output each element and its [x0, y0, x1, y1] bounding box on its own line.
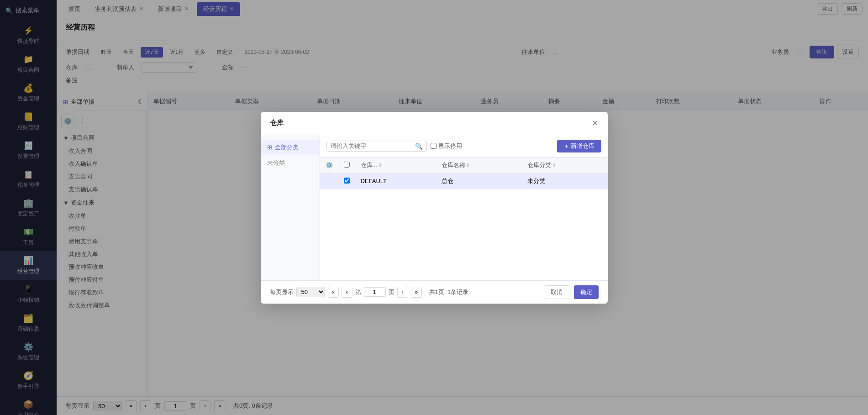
modal-col-code: 仓库... ⇅	[355, 158, 437, 173]
modal-col-settings: ⚙️	[320, 158, 338, 173]
warehouse-modal: 仓库 ✕ ⊞ 全部分类 未分类 🔍 显示停用	[261, 112, 608, 304]
show-disabled-checkbox[interactable]	[431, 143, 437, 149]
modal-content: 🔍 显示停用 ＋ 新增仓库 ⚙️	[320, 135, 608, 280]
modal-title: 仓库	[270, 119, 284, 127]
modal-first-btn[interactable]: «	[328, 287, 339, 298]
modal-search-icon: 🔍	[415, 142, 423, 150]
modal-category-uncategorized-label: 未分类	[267, 159, 285, 166]
modal-row-category: 未分类	[522, 173, 608, 189]
modal-prev-btn[interactable]: ‹	[342, 287, 352, 298]
modal-col-name: 仓库名称 ⇅	[436, 158, 522, 173]
modal-pagination: 每页显示 50 « ‹ 第 页 › » 共1页, 1条记录	[270, 287, 469, 298]
modal-next-btn[interactable]: ›	[397, 287, 408, 298]
modal-footer: 每页显示 50 « ‹ 第 页 › » 共1页, 1条记录 取消 确定	[261, 280, 608, 304]
modal-row-check[interactable]	[344, 178, 350, 184]
modal-table-row[interactable]: DEFAULT 总仓 未分类	[320, 173, 608, 189]
modal-per-page-select[interactable]: 50	[296, 287, 325, 297]
modal-category-uncategorized[interactable]: 未分类	[261, 155, 320, 171]
modal-actions: 取消 确定	[544, 285, 599, 299]
modal-settings-icon[interactable]: ⚙️	[326, 162, 333, 168]
modal-col-checkbox	[338, 158, 355, 173]
modal-col-code-sort: 仓库... ⇅	[361, 161, 431, 169]
modal-row-code: DEFAULT	[355, 173, 437, 189]
modal-last-btn[interactable]: »	[411, 287, 422, 298]
modal-search-input[interactable]	[331, 142, 415, 149]
modal-cancel-button[interactable]: 取消	[544, 285, 569, 299]
modal-row-settings	[320, 173, 338, 189]
modal-per-page-label: 每页显示	[270, 288, 294, 296]
modal-table: ⚙️ 仓库... ⇅	[320, 158, 608, 189]
show-disabled-label[interactable]: 显示停用	[431, 142, 462, 150]
sort-icon-code: ⇅	[378, 163, 382, 168]
modal-header: 仓库 ✕	[261, 112, 608, 135]
modal-category-all-label: 全部分类	[275, 143, 299, 152]
modal-col-category-sort: 仓库分类 ⇅	[527, 161, 602, 169]
modal-close-button[interactable]: ✕	[592, 118, 599, 128]
modal-total-label: 共1页, 1条记录	[429, 288, 469, 296]
modal-search-wrap: 🔍	[326, 141, 427, 152]
modal-row-checkbox	[338, 173, 355, 189]
modal-toolbar: 🔍 显示停用 ＋ 新增仓库	[320, 135, 608, 158]
modal-page-suffix: 页	[389, 288, 395, 296]
sort-icon-category: ⇅	[552, 163, 556, 168]
show-disabled-text: 显示停用	[438, 142, 462, 150]
modal-select-all[interactable]	[344, 162, 350, 168]
modal-category-all[interactable]: ⊞ 全部分类	[261, 140, 320, 155]
modal-col-name-sort: 仓库名称 ⇅	[442, 161, 516, 169]
sort-icon-name: ⇅	[466, 163, 470, 168]
modal-page-input[interactable]	[364, 287, 386, 297]
modal-sidebar: ⊞ 全部分类 未分类	[261, 135, 320, 280]
modal-confirm-button[interactable]: 确定	[574, 285, 599, 299]
modal-row-name: 总仓	[436, 173, 522, 189]
modal-page-label: 第	[355, 288, 361, 296]
modal-table-area: ⚙️ 仓库... ⇅	[320, 158, 608, 280]
add-warehouse-button[interactable]: ＋ 新增仓库	[557, 140, 601, 152]
modal-col-category: 仓库分类 ⇅	[522, 158, 608, 173]
modal-body: ⊞ 全部分类 未分类 🔍 显示停用 ＋ 新增仓库	[261, 135, 608, 280]
grid-icon: ⊞	[267, 144, 272, 151]
